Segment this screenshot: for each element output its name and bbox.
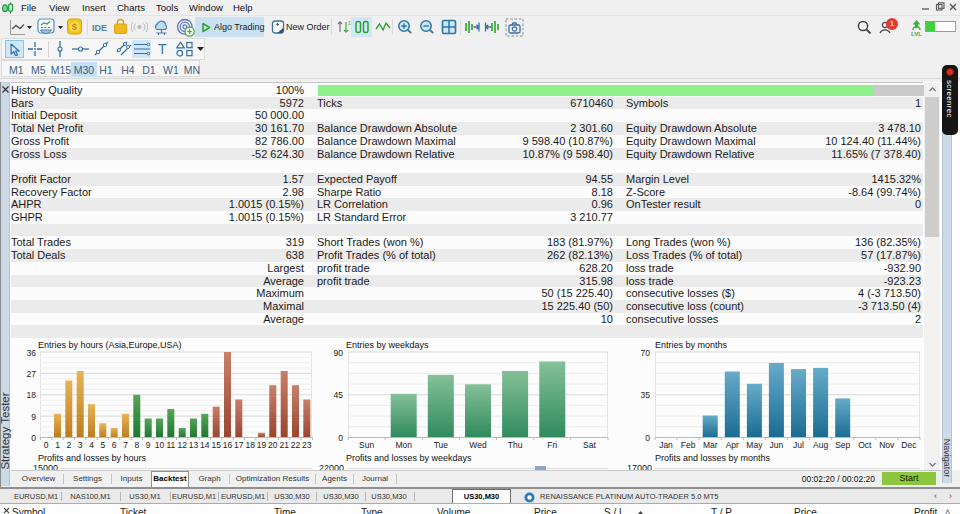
svg-text:35: 35 bbox=[641, 390, 651, 400]
svg-text:70: 70 bbox=[641, 348, 651, 358]
svg-text:6: 6 bbox=[112, 440, 117, 450]
svg-text:19: 19 bbox=[257, 440, 267, 450]
svg-text:10: 10 bbox=[155, 440, 165, 450]
svg-text:14: 14 bbox=[200, 440, 210, 450]
svg-text:0: 0 bbox=[645, 433, 650, 443]
svg-text:45: 45 bbox=[334, 390, 344, 400]
svg-text:Wed: Wed bbox=[469, 440, 487, 450]
svg-text:Oct: Oct bbox=[858, 440, 872, 450]
svg-text:9: 9 bbox=[31, 412, 36, 422]
svg-text:Jan: Jan bbox=[659, 440, 673, 450]
svg-text:23: 23 bbox=[302, 440, 312, 450]
svg-text:90: 90 bbox=[334, 348, 344, 358]
svg-text:21: 21 bbox=[279, 440, 289, 450]
svg-text:5: 5 bbox=[100, 440, 105, 450]
svg-text:0: 0 bbox=[31, 433, 36, 443]
svg-text:17: 17 bbox=[234, 440, 244, 450]
svg-text:12: 12 bbox=[177, 440, 187, 450]
svg-text:16: 16 bbox=[223, 440, 233, 450]
svg-text:2: 2 bbox=[66, 440, 71, 450]
svg-text:Sat: Sat bbox=[583, 440, 596, 450]
svg-text:Mar: Mar bbox=[703, 440, 718, 450]
svg-text:Dec: Dec bbox=[901, 440, 917, 450]
svg-text:Nov: Nov bbox=[879, 440, 895, 450]
svg-text:18: 18 bbox=[27, 390, 37, 400]
svg-text:13: 13 bbox=[189, 440, 199, 450]
svg-text:Feb: Feb bbox=[681, 440, 696, 450]
svg-text:22: 22 bbox=[291, 440, 301, 450]
svg-text:Apr: Apr bbox=[726, 440, 739, 450]
svg-text:3: 3 bbox=[78, 440, 83, 450]
svg-text:20: 20 bbox=[268, 440, 278, 450]
svg-text:15: 15 bbox=[211, 440, 221, 450]
svg-text:27: 27 bbox=[27, 369, 37, 379]
svg-text:11: 11 bbox=[166, 440, 175, 450]
svg-text:May: May bbox=[746, 440, 763, 450]
svg-text:0: 0 bbox=[44, 440, 49, 450]
svg-text:4: 4 bbox=[89, 440, 94, 450]
svg-text:Mon: Mon bbox=[395, 440, 412, 450]
svg-text:8: 8 bbox=[134, 440, 139, 450]
svg-text:Jun: Jun bbox=[770, 440, 784, 450]
svg-text:Jul: Jul bbox=[793, 440, 804, 450]
svg-text:0: 0 bbox=[338, 433, 343, 443]
svg-text:9: 9 bbox=[146, 440, 151, 450]
svg-text:Sep: Sep bbox=[835, 440, 850, 450]
svg-text:36: 36 bbox=[27, 348, 37, 358]
svg-text:18: 18 bbox=[245, 440, 255, 450]
svg-text:Tue: Tue bbox=[434, 440, 449, 450]
svg-text:Thu: Thu bbox=[508, 440, 523, 450]
svg-text:7: 7 bbox=[123, 440, 128, 450]
svg-text:1: 1 bbox=[55, 440, 60, 450]
svg-text:Aug: Aug bbox=[813, 440, 828, 450]
svg-text:Sun: Sun bbox=[359, 440, 374, 450]
svg-text:Fri: Fri bbox=[547, 440, 557, 450]
